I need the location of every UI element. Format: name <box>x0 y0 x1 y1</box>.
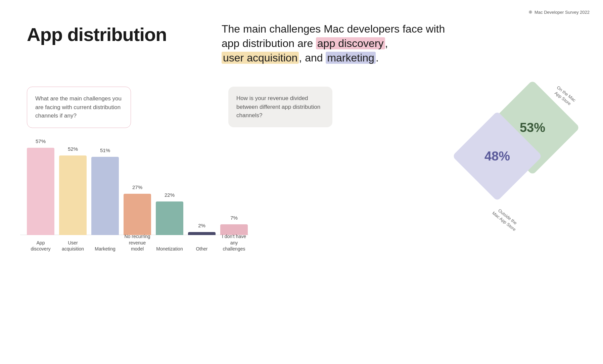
bar-pct: 2% <box>188 223 216 228</box>
brand-text: Mac Developer Survey 2022 <box>535 10 590 15</box>
bar-group: 22%Monetization <box>156 201 183 235</box>
bar <box>156 201 183 235</box>
bar-group: 7%I don't have any challenges <box>220 224 248 235</box>
headline-connector: , and <box>299 52 326 64</box>
bar-pct: 57% <box>27 138 54 144</box>
question-left-text: What are the main challenges you are fac… <box>35 95 122 119</box>
bar-pct: 27% <box>124 184 151 190</box>
bar-pct: 52% <box>59 146 87 152</box>
bar <box>59 155 87 235</box>
bar-label: User acquisition <box>59 240 87 252</box>
diamond-label-outside-app-store: Outside theMac App Store <box>489 204 522 234</box>
bar <box>124 194 151 235</box>
page-title: App distribution <box>27 24 167 45</box>
bar-label: I don't have any challenges <box>220 233 248 252</box>
bar-label: App discovery <box>27 240 54 252</box>
brand-label: ❋ Mac Developer Survey 2022 <box>528 9 590 15</box>
bar <box>91 157 119 235</box>
bar-group: 27%No recurring revenue model <box>124 194 151 235</box>
diamond: 48% <box>452 111 543 201</box>
bar-group: 52%User acquisition <box>59 155 87 235</box>
question-box-left: What are the main challenges you are fac… <box>27 87 131 128</box>
bar-label: Monetization <box>156 246 183 252</box>
headline-period: . <box>376 52 379 64</box>
highlight-marketing: marketing <box>326 52 376 64</box>
highlight-user-acquisition: user acquisition <box>222 52 299 64</box>
bar <box>188 232 216 235</box>
diamond-wrapper: 48% <box>465 124 529 188</box>
question-box-right: How is your revenue divided between diff… <box>228 87 332 127</box>
headline-comma1: , <box>385 37 388 49</box>
headline: The main challenges Mac developers face … <box>222 22 450 65</box>
bar-label: No recurring revenue model <box>124 233 151 252</box>
bar-pct: 51% <box>91 147 119 153</box>
diamond-pct: 48% <box>465 124 529 188</box>
bar-group: 51%Marketing <box>91 157 119 235</box>
diamond-chart: 53%48%On the MacApp StoreOutside theMac … <box>455 87 576 215</box>
bar-label: Marketing <box>91 246 119 252</box>
bar-group: 57%App discovery <box>27 148 54 235</box>
bar-pct: 7% <box>220 215 248 221</box>
bar-pct: 22% <box>156 192 183 198</box>
question-right-text: How is your revenue divided between diff… <box>236 95 320 119</box>
bar-chart: 57%App discovery52%User acquisition51%Ma… <box>20 141 248 255</box>
bar <box>27 148 54 235</box>
highlight-app-discovery: app discovery <box>316 37 385 49</box>
brand-icon: ❋ <box>528 9 532 15</box>
bar-group: 2%Other <box>188 232 216 235</box>
bar-label: Other <box>188 246 216 252</box>
